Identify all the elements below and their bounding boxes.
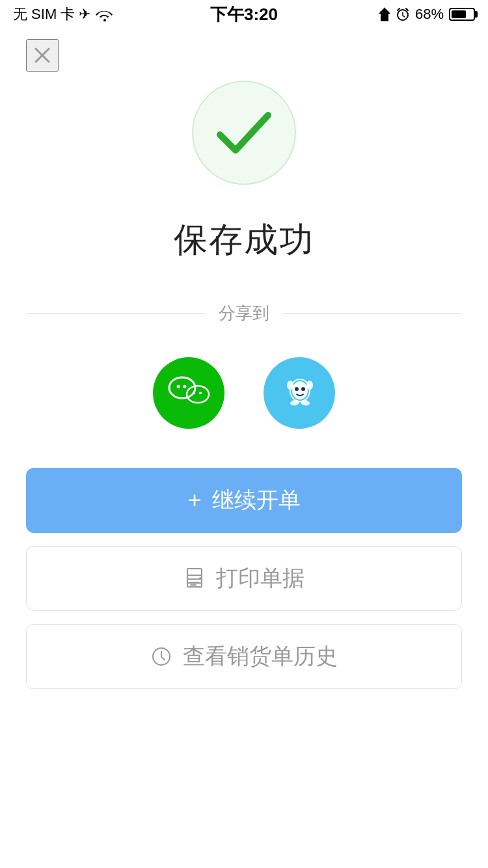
- continue-button[interactable]: + 继续开单: [26, 468, 462, 533]
- plus-icon: +: [187, 489, 201, 512]
- svg-point-21: [199, 577, 202, 580]
- history-button[interactable]: 查看销货单历史: [26, 624, 462, 689]
- location-icon: [379, 7, 390, 21]
- wifi-icon: [96, 7, 114, 21]
- svg-point-6: [183, 385, 186, 388]
- svg-rect-20: [190, 584, 197, 586]
- svg-rect-17: [187, 569, 202, 575]
- battery-indicator: [449, 8, 475, 21]
- battery-percent: 68%: [415, 6, 444, 23]
- share-label: 分享到: [219, 302, 269, 325]
- sim-text: 无 SIM 卡 ✈: [13, 5, 90, 24]
- status-right: 68%: [379, 6, 475, 23]
- success-indicator: [192, 81, 296, 185]
- checkmark-icon: [215, 110, 273, 156]
- share-divider: 分享到: [26, 302, 462, 325]
- qq-icon: [278, 372, 321, 414]
- wechat-share-button[interactable]: [153, 357, 224, 429]
- action-buttons: + 继续开单 打印单据 查看销货单历史: [0, 468, 488, 689]
- status-bar: 无 SIM 卡 ✈ 下午3:20 68%: [0, 0, 488, 29]
- qq-share-button[interactable]: [264, 357, 335, 429]
- continue-button-label: 继续开单: [212, 485, 301, 515]
- status-time: 下午3:20: [210, 3, 278, 26]
- svg-point-5: [176, 385, 180, 388]
- history-icon: [150, 645, 172, 668]
- close-icon: [31, 44, 54, 67]
- print-button[interactable]: 打印单据: [26, 546, 462, 611]
- svg-point-9: [290, 379, 310, 402]
- svg-point-7: [193, 392, 195, 394]
- wechat-icon: [168, 373, 210, 413]
- print-button-label: 打印单据: [216, 563, 305, 593]
- close-button[interactable]: [26, 39, 59, 72]
- printer-icon: [183, 567, 206, 590]
- status-left: 无 SIM 卡 ✈: [13, 5, 114, 24]
- svg-point-4: [187, 386, 209, 403]
- svg-point-12: [301, 387, 305, 391]
- svg-point-14: [306, 381, 313, 390]
- svg-rect-19: [190, 582, 199, 583]
- history-button-label: 查看销货单历史: [183, 642, 338, 671]
- share-icons-container: [26, 357, 462, 429]
- main-content: 保存成功 分享到: [0, 29, 488, 689]
- svg-point-8: [199, 392, 202, 394]
- success-title: 保存成功: [174, 217, 314, 263]
- svg-point-11: [295, 387, 299, 391]
- alarm-icon: [396, 7, 410, 21]
- share-section: 分享到: [0, 302, 488, 429]
- svg-point-13: [287, 381, 293, 390]
